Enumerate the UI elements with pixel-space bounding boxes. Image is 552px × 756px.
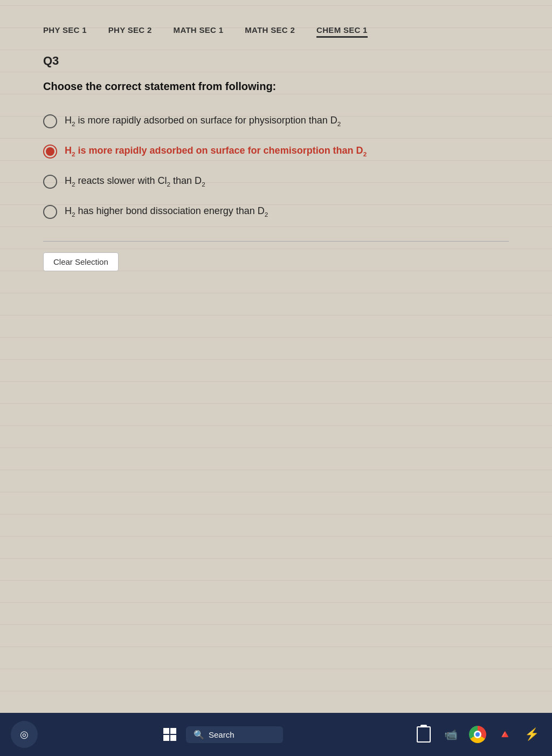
win-tile-4 (170, 735, 176, 741)
tab-bar: PHY SEC 1 PHY SEC 2 MATH SEC 1 MATH SEC … (0, 0, 552, 38)
taskbar: ◎ 🔍 Search 📹 (0, 713, 552, 756)
divider (43, 241, 509, 242)
chrome-icon (469, 726, 486, 743)
windows-button[interactable] (158, 723, 182, 746)
radio-a[interactable] (43, 114, 57, 128)
win-tile-3 (163, 735, 169, 741)
radio-c[interactable] (43, 175, 57, 189)
win-tile-2 (170, 728, 176, 734)
win-tile-1 (163, 728, 169, 734)
tab-math-sec1[interactable]: MATH SEC 1 (174, 25, 224, 38)
flash-button[interactable]: ⚡ (522, 725, 541, 744)
radio-b[interactable] (43, 145, 57, 159)
option-b[interactable]: H2 is more rapidly adsorbed on surface f… (43, 143, 509, 159)
search-label: Search (209, 730, 234, 739)
taskbar-center: 🔍 Search (158, 723, 283, 746)
chrome-icon-inner (474, 731, 481, 738)
option-a[interactable]: H2 is more rapidly adsorbed on surface f… (43, 113, 509, 128)
cone-button[interactable]: 🔺 (495, 725, 514, 744)
radio-d[interactable] (43, 205, 57, 219)
option-d-text: H2 has higher bond dissociation energy t… (65, 204, 268, 219)
option-a-text: H2 is more rapidly adsorbed on surface f… (65, 113, 341, 128)
taskbar-right-icons: 📹 🔺 ⚡ (414, 725, 541, 744)
cone-icon: 🔺 (498, 727, 512, 741)
option-b-text: H2 is more rapidly adsorbed on surface f… (65, 143, 367, 159)
main-content: PHY SEC 1 PHY SEC 2 MATH SEC 1 MATH SEC … (0, 0, 552, 713)
options-list: H2 is more rapidly adsorbed on surface f… (43, 113, 509, 219)
taskbar-left-glyph: ◎ (20, 728, 29, 740)
tab-chem-sec1[interactable]: CHEM SEC 1 (316, 25, 368, 38)
option-d[interactable]: H2 has higher bond dissociation energy t… (43, 204, 509, 219)
video-button[interactable]: 📹 (441, 725, 460, 744)
clipboard-button[interactable] (414, 725, 433, 744)
search-icon: 🔍 (194, 730, 204, 740)
windows-logo (163, 728, 176, 741)
option-c-text: H2 reacts slower with Cl2 than D2 (65, 174, 205, 189)
radio-b-inner (46, 147, 54, 156)
video-icon: 📹 (444, 728, 458, 741)
option-c[interactable]: H2 reacts slower with Cl2 than D2 (43, 174, 509, 189)
flash-icon: ⚡ (525, 727, 539, 741)
tab-math-sec2[interactable]: MATH SEC 2 (245, 25, 295, 38)
tab-phy-sec1[interactable]: PHY SEC 1 (43, 25, 87, 38)
chrome-button[interactable] (468, 725, 487, 744)
question-area: Q3 Choose the correct statement from fol… (0, 38, 552, 219)
search-bar[interactable]: 🔍 Search (186, 726, 283, 743)
question-number: Q3 (43, 54, 509, 68)
tab-phy-sec2[interactable]: PHY SEC 2 (108, 25, 152, 38)
clipboard-icon (417, 726, 431, 743)
question-text: Choose the correct statement from follow… (43, 79, 509, 94)
clear-selection-button[interactable]: Clear Selection (43, 252, 119, 271)
taskbar-left-icon[interactable]: ◎ (11, 721, 38, 748)
